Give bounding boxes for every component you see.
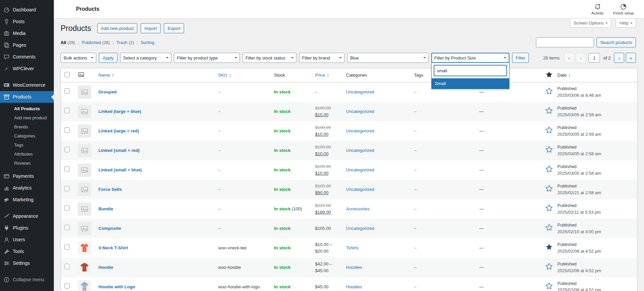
add-new-product-button[interactable]: Add new product <box>97 23 138 33</box>
product-name-link[interactable]: V-Neck T-Shirt <box>99 245 128 250</box>
product-thumbnail[interactable] <box>78 144 91 157</box>
view-sorting[interactable]: Sorting <box>134 40 154 45</box>
product-name-link[interactable]: Force Sells <box>99 187 122 192</box>
category-link[interactable]: Uncategorized <box>346 148 374 153</box>
category-link[interactable]: Uncategorized <box>346 128 374 133</box>
featured-star-icon[interactable] <box>545 87 553 95</box>
sidebar-item-products[interactable]: Products <box>0 91 54 103</box>
product-name-link[interactable]: Linked (large + blue) <box>99 109 141 114</box>
product-name-link[interactable]: Hoodie <box>99 265 113 270</box>
product-name-link[interactable]: Composite <box>99 226 121 231</box>
sidebar-item-comments[interactable]: Comments <box>0 51 54 63</box>
category-link[interactable]: Uncategorized <box>346 167 374 172</box>
filter-button[interactable]: Filter <box>512 53 529 63</box>
brand-filter-select[interactable]: Filter by brand <box>299 53 345 63</box>
category-link[interactable]: Tshirts <box>346 245 359 250</box>
sidebar-item-collapse-menu[interactable]: Collapse menu <box>0 274 54 286</box>
sort-by-sku[interactable]: SKU▲▼ <box>218 73 231 78</box>
apply-button[interactable]: Apply <box>99 53 117 63</box>
category-link[interactable]: Accessories <box>346 206 370 211</box>
sort-by-price[interactable]: Price▲▼ <box>315 73 329 78</box>
row-checkbox[interactable] <box>64 127 70 133</box>
category-link[interactable]: Uncategorized <box>346 187 374 192</box>
row-checkbox[interactable] <box>64 283 70 289</box>
sidebar-subitem-brands[interactable]: Brands <box>0 122 54 131</box>
color-filter-select[interactable]: Blue <box>347 53 429 63</box>
sidebar-item-dashboard[interactable]: Dashboard <box>0 4 54 16</box>
row-checkbox[interactable] <box>64 225 70 230</box>
product-name-link[interactable]: Linked (small + red) <box>99 148 140 153</box>
sidebar-item-appearance[interactable]: Appearance <box>0 210 54 222</box>
sidebar-item-settings[interactable]: Settings <box>0 257 54 269</box>
product-type-filter-select[interactable]: Filter by product type <box>174 53 240 63</box>
featured-star-icon[interactable] <box>545 126 553 134</box>
sidebar-subitem-reviews[interactable]: Reviews <box>0 159 54 168</box>
sidebar-subitem-categories[interactable]: Categories <box>0 131 54 140</box>
product-name-link[interactable]: Linked (small + blue) <box>99 167 142 172</box>
product-thumbnail[interactable] <box>78 105 91 118</box>
featured-star-icon[interactable] <box>545 185 553 192</box>
product-thumbnail[interactable] <box>78 85 91 99</box>
row-checkbox[interactable] <box>64 205 70 211</box>
featured-star-icon[interactable] <box>545 263 553 270</box>
sidebar-item-wpclever[interactable]: WPClever <box>0 63 54 75</box>
product-name-link[interactable]: Grouped <box>99 89 117 94</box>
product-thumbnail[interactable] <box>78 124 91 138</box>
category-link[interactable]: Hoodies <box>346 284 362 289</box>
view-published[interactable]: Published (26) <box>75 40 110 45</box>
sort-by-name[interactable]: Name▲▼ <box>99 73 114 78</box>
featured-star-filled-icon[interactable] <box>545 243 553 251</box>
product-thumbnail[interactable] <box>78 261 91 274</box>
sidebar-item-woocommerce[interactable]: WooCommerce <box>0 79 54 91</box>
sort-by-date[interactable]: Date▲▼ <box>558 73 571 78</box>
sidebar-subitem-tags[interactable]: Tags <box>0 140 54 150</box>
size-search-input[interactable] <box>434 65 507 76</box>
category-link[interactable]: Uncategorized <box>346 226 374 231</box>
category-link[interactable]: Uncategorized <box>346 89 374 94</box>
sidebar-subitem-all-products[interactable]: All Products <box>0 104 54 113</box>
category-link[interactable]: Uncategorized <box>346 109 374 114</box>
last-page-button[interactable]: » <box>626 53 636 63</box>
category-filter-select[interactable]: Select a category <box>120 53 171 63</box>
category-link[interactable]: Hoodies <box>346 265 362 270</box>
search-products-input[interactable] <box>536 37 594 47</box>
product-thumbnail[interactable] <box>78 163 91 177</box>
featured-star-icon[interactable] <box>545 204 553 212</box>
featured-star-icon[interactable] <box>545 165 553 173</box>
sidebar-item-analytics[interactable]: Analytics <box>0 182 54 194</box>
featured-star-icon[interactable] <box>545 224 553 231</box>
sidebar-item-plugins[interactable]: Plugins <box>0 222 54 234</box>
row-checkbox[interactable] <box>64 264 70 269</box>
row-checkbox[interactable] <box>64 88 70 94</box>
featured-star-icon[interactable] <box>545 282 553 290</box>
size-option-small[interactable]: Small <box>432 78 509 89</box>
sidebar-item-media[interactable]: Media <box>0 28 54 39</box>
export-button[interactable]: Export <box>164 23 184 33</box>
row-checkbox[interactable] <box>64 108 70 113</box>
sidebar-item-pages[interactable]: Pages <box>0 39 54 51</box>
row-checkbox[interactable] <box>64 186 70 191</box>
activity-button[interactable]: Activity <box>592 3 604 15</box>
product-thumbnail[interactable] <box>78 202 91 216</box>
screen-options-button[interactable]: Screen Options ▾ <box>570 19 611 28</box>
row-checkbox[interactable] <box>64 244 70 250</box>
bulk-actions-select[interactable]: Bulk actions <box>61 53 96 63</box>
product-thumbnail[interactable] <box>78 241 91 255</box>
product-size-select[interactable]: Filter by Product Size <box>431 53 509 63</box>
view-all[interactable]: All (26) <box>61 40 75 45</box>
product-thumbnail[interactable] <box>78 222 91 235</box>
help-button[interactable]: Help ▾ <box>616 19 636 28</box>
sidebar-item-posts[interactable]: Posts <box>0 16 54 28</box>
product-name-link[interactable]: Bundle <box>99 206 113 211</box>
featured-star-icon[interactable] <box>545 107 553 114</box>
search-products-button[interactable]: Search products <box>597 37 636 47</box>
sidebar-subitem-attributes[interactable]: Attributes <box>0 150 54 159</box>
product-name-link[interactable]: Linked (large + red) <box>99 128 139 133</box>
view-trash[interactable]: Trash (2) <box>110 40 134 45</box>
next-page-button[interactable]: › <box>614 53 624 63</box>
finish-setup-button[interactable]: Finish setup <box>613 3 634 15</box>
product-name-link[interactable]: Hoodie with Logo <box>99 284 135 289</box>
stock-status-filter-select[interactable]: Filter by stock status <box>243 53 296 63</box>
sidebar-item-payments[interactable]: Payments <box>0 170 54 182</box>
row-checkbox[interactable] <box>64 166 70 172</box>
